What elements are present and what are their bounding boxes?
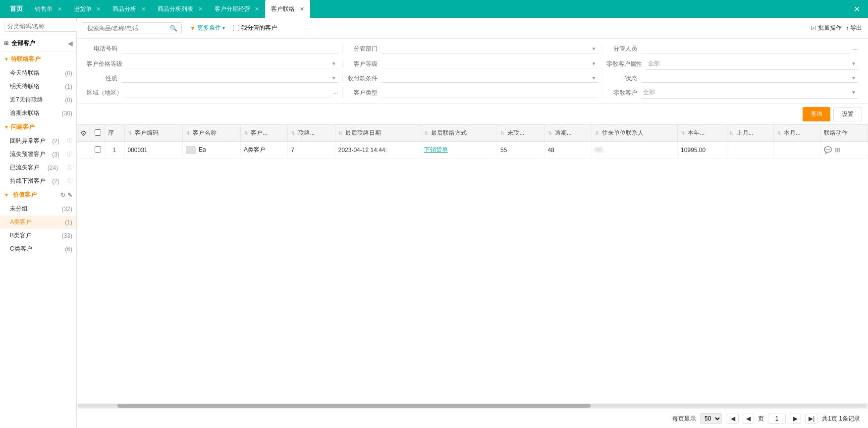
sidebar-item-class-c[interactable]: C类客户 (6) [0,242,76,256]
col-contact-count[interactable]: ⇅ 联络... [288,125,335,142]
manager-input[interactable] [641,44,850,54]
close-sales-tab[interactable]: ✕ [57,6,62,12]
col-customer-name[interactable]: ⇅ 客户名称 [182,125,240,142]
region-dots[interactable]: ··· [332,89,338,97]
retail-attr-arrow: ▼ [851,61,856,66]
sidebar-section-value[interactable]: ▼ 价值客户 ↻ ✎ [0,188,76,202]
sort-icon-this-month: ⇅ [777,130,781,136]
sidebar-collapse-btn[interactable]: ◀ [68,40,72,47]
filter-search-box[interactable]: 🔍 [83,22,182,34]
nav-tab-analysis-list[interactable]: 商品分析列表 ✕ [152,0,209,18]
sidebar-search-input[interactable] [4,21,85,32]
sort-icon-code: ⇅ [128,130,132,136]
col-contact-person[interactable]: ⇅ 往来单位联系人 [592,125,677,142]
sidebar-item-class-a[interactable]: A类客户 (1) [0,215,76,229]
nature-select[interactable]: ▼ [121,74,338,83]
col-checkbox[interactable] [91,125,105,142]
status-select[interactable]: ▼ [641,74,858,83]
sidebar-item-overdue[interactable]: 逾期未联络 (30) [0,107,76,120]
dept-select[interactable]: ▼ [381,45,598,54]
nav-tab-customer-segment[interactable]: 客户分层经营 ✕ [209,0,266,18]
sidebar-item-ungroup[interactable]: 未分组 (32) [0,202,76,215]
close-purchase-tab[interactable]: ✕ [96,6,101,12]
col-gear[interactable]: ⚙ [77,125,91,142]
sidebar-all-customers-header[interactable]: ⊞ 全部客户 ◀ [0,35,76,52]
customer-type-input[interactable] [381,88,598,98]
sidebar-item-class-b[interactable]: B类客户 (33) [0,229,76,242]
phone-input[interactable] [121,44,338,54]
col-customer-type[interactable]: ⇅ 客户... [240,125,287,142]
nav-tab-analysis[interactable]: 商品分析 ✕ [107,0,152,18]
row-last-contact-method[interactable]: 下销货单 [421,142,497,159]
my-customer-check[interactable] [233,25,239,31]
export-btn[interactable]: ↑ 导出 [846,24,862,32]
sidebar-item-tomorrow[interactable]: 明天待联络 (1) [0,80,76,93]
payment-arrow: ▼ [591,75,596,81]
customer-level-select[interactable]: ▼ [381,59,598,68]
col-no-contact[interactable]: ⇅ 未联... [497,125,544,142]
my-customer-checkbox[interactable]: 我分管的客户 [233,24,277,32]
more-filter-btn[interactable]: ▼ 更多条件 ▾ [186,22,229,34]
page-number-input[interactable] [768,414,786,424]
payment-select[interactable]: ▼ [381,74,598,83]
close-contact-tab[interactable]: ✕ [300,6,304,12]
retail-attr-select[interactable]: 全部 ▼ [646,58,858,70]
col-last-contact-method[interactable]: ⇅ 最后联络方式 [421,125,497,142]
filter-search-input[interactable] [87,25,170,32]
select-all-checkbox[interactable] [95,129,101,136]
region-input[interactable] [126,88,330,98]
table-gear-icon[interactable]: ⚙ [80,129,87,137]
nav-tab-purchase[interactable]: 进货单 ✕ [68,0,107,18]
nav-close-all[interactable]: ✕ [850,4,864,14]
row-action[interactable]: 💬 ⊞ [821,142,868,159]
comment-icon[interactable]: 💬 [824,146,832,154]
sidebar-item-churned[interactable]: 已流失客户 (24) ⓘ [0,161,76,174]
row-checkbox[interactable] [95,146,101,153]
manager-dots[interactable]: ··· [852,45,858,53]
nav-tab-customer-contact[interactable]: 客户联络 ✕ [265,0,310,18]
batch-ops-btn[interactable]: ☑ 批量操作 [811,24,842,32]
sidebar-item-declining[interactable]: 持续下滑客户 (2) ⓘ [0,174,76,188]
filter-cell-retail-attr: 零散客户属性 全部 ▼ [602,58,862,70]
setting-button[interactable]: 设置 [833,107,862,121]
sidebar-section-pending[interactable]: ▼ 待联络客户 [0,52,76,66]
col-last-month[interactable]: ⇅ 上月... [726,125,773,142]
filter-row-1: 电话号码 分管部门 ▼ 分管人员 ··· [83,44,862,54]
link-icon[interactable]: ⊞ [835,146,840,154]
sort-icon-no-contact: ⇅ [500,130,504,136]
col-this-month[interactable]: ⇅ 本月... [773,125,820,142]
filter-cell-phone: 电话号码 [83,44,343,54]
scrollbar-thumb[interactable] [117,404,591,408]
sidebar-item-7days[interactable]: 近7天待联络 (0) [0,93,76,107]
sidebar-item-today[interactable]: 今天待联络 (0) [0,66,76,80]
next-page-btn[interactable]: ▶ [790,414,801,424]
first-page-btn[interactable]: |◀ [726,414,739,424]
query-button[interactable]: 查询 [803,107,830,121]
horizontal-scrollbar[interactable] [77,403,868,409]
sidebar-section-problem[interactable]: ▼ 问题客户 [0,120,76,134]
edit-icon[interactable]: ✎ [67,192,72,199]
refresh-icon[interactable]: ↻ [60,192,65,199]
price-level-select[interactable]: ▼ [126,59,338,68]
close-segment-tab[interactable]: ✕ [255,6,259,12]
filter-search-icon[interactable]: 🔍 [170,25,177,32]
close-analysis-tab[interactable]: ✕ [141,6,146,12]
close-analysis-list-tab[interactable]: ✕ [198,6,203,12]
retail-customer-select[interactable]: 全部 ▼ [641,87,858,99]
col-overdue[interactable]: ⇅ 逾期... [544,125,592,142]
sidebar-item-repurchase-abnormal[interactable]: 回购异常客户 (2) ⓘ [0,134,76,148]
col-this-year[interactable]: ⇅ 本年... [678,125,726,142]
nav-home[interactable]: 首页 [4,0,29,18]
row-checkbox-cell[interactable] [91,142,105,159]
prev-page-btn[interactable]: ◀ [743,414,754,424]
per-page-select[interactable]: 50 [700,413,722,424]
price-level-label: 客户价格等级 [87,60,126,68]
col-last-contact-date[interactable]: ⇅ 最后联络日期 [335,125,421,142]
region-label: 区域（地区） [87,89,126,97]
sidebar-item-churn-warning[interactable]: 流失预警客户 (3) ⓘ [0,148,76,161]
sidebar: 🔍 ⊞ 全部客户 ◀ ▼ 待联络客户 今天待联络 (0) 明天待联络 (1) 近… [0,18,77,428]
last-page-btn[interactable]: ▶| [805,414,818,424]
col-customer-code[interactable]: ⇅ 客户编码 [124,125,182,142]
nav-tab-sales[interactable]: 销售单 ✕ [29,0,68,18]
row-code[interactable]: 000031 [124,142,182,159]
